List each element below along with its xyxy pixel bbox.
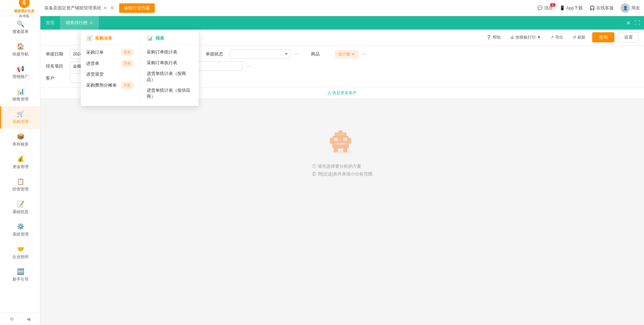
coop-icon: 🤝	[17, 245, 24, 253]
tab-close-icon[interactable]: ✕	[90, 21, 93, 25]
purchase-icon: 🛒	[17, 110, 24, 118]
sidebar-item-quick-nav[interactable]: 🏠 快捷导航	[0, 39, 40, 61]
set-btn[interactable]: 设置	[618, 32, 639, 42]
message-badge: 6	[550, 3, 556, 7]
collapse-sidebar-btn[interactable]: ◀	[27, 316, 30, 322]
print-btn[interactable]: 🖨 按模板打印 ▼	[507, 33, 544, 42]
purchase-order-label: 采购订单	[86, 49, 104, 55]
user-item[interactable]: 👤 用友	[620, 3, 640, 13]
dropdown-section-title-business: 🛒 采购业务	[83, 34, 136, 45]
logo-icon: 6	[19, 0, 30, 8]
tab-expand-btn[interactable]: ⛶	[635, 20, 640, 26]
sidebar-item-marketing[interactable]: 📢 营销推广	[0, 61, 40, 84]
purchase-order-history: 历史	[121, 49, 133, 55]
system-name: 装备及固定资产辅助管理系统	[44, 5, 101, 11]
goods-in-label: 进货单	[86, 60, 99, 67]
dropdown-item-purchase-expense[interactable]: 采购费用分摊单 历史	[83, 80, 136, 91]
inventory-icon: 📦	[17, 133, 24, 140]
business-section-icon: 🛒	[86, 35, 93, 42]
dropdown-item-goods-in[interactable]: 进货单 历史	[83, 58, 136, 69]
refresh-btn[interactable]: ↺ 刷新	[570, 33, 588, 42]
empty-hint-2: ② 用[过滤]条件来缩小分析范围	[312, 170, 372, 178]
dropdown-item-po-exec[interactable]: 采购订单执行表	[144, 57, 196, 68]
goods-tag: 设计素 ✕	[335, 50, 358, 58]
marketing-icon: 📢	[17, 65, 24, 73]
goods-tag-close[interactable]: ✕	[352, 52, 355, 56]
salesperson-dots[interactable]: ···	[247, 63, 251, 69]
goods-stat-goods-label: 进货单统计表（按商品）	[147, 71, 193, 83]
goods-stat-supplier-label: 进货单统计表（按供应商）	[147, 87, 193, 99]
sidebar-item-purchase[interactable]: 🛒 采购管理	[0, 106, 40, 129]
purchase-expense-label: 采购费用分摊单	[86, 82, 117, 88]
export-btn[interactable]: ↗ 导出	[548, 33, 566, 42]
business-section-label: 采购业务	[95, 35, 112, 41]
empty-hint-1: ① 请先选择要分析的方案	[312, 162, 372, 170]
help-icon: ❓	[486, 35, 491, 40]
user-avatar: 👤	[620, 3, 630, 13]
bill-status-dots[interactable]: ···	[294, 51, 299, 57]
sidebar-item-guide[interactable]: 🆕 新手引导	[0, 264, 40, 286]
basic-icon: 📝	[17, 200, 24, 208]
settings-bottom-btn[interactable]: ⚙	[10, 316, 14, 322]
help-label: 帮助	[493, 35, 501, 40]
online-service-item[interactable]: 🎧 在线客服	[589, 5, 614, 11]
collapse-label: 收起更多条件	[332, 90, 357, 96]
sidebar-item-operation[interactable]: 📋 经营管理	[0, 174, 40, 196]
dropdown-item-goods-stat-goods[interactable]: 进货单统计表（按商品）	[144, 68, 196, 85]
export-icon: ↗	[550, 35, 554, 40]
sidebar-item-coop[interactable]: 🤝 企业协同	[0, 241, 40, 264]
main-layout: 🔍 搜索菜单 🏠 快捷导航 📢 营销推广 📊 销售管理 🛒 采购管理 📦 库存核…	[0, 16, 644, 325]
sidebar-label-guide: 新手引导	[12, 277, 29, 282]
system-dropdown-arrow[interactable]: ▼	[103, 6, 107, 10]
dropdown-item-goods-stat-supplier[interactable]: 进货单统计表（按供应商）	[144, 85, 196, 102]
date-label: 单据日期	[46, 51, 66, 57]
sidebar-label-system: 系统管理	[12, 232, 29, 237]
system-settings-icon[interactable]: ⚙	[110, 5, 114, 10]
industry-btn[interactable]: 体验行业方案	[119, 3, 155, 13]
svg-rect-9	[334, 148, 338, 152]
svg-rect-8	[349, 138, 351, 144]
sidebar-item-search[interactable]: 🔍 搜索菜单	[0, 16, 40, 39]
tab-bar: 首页 销售排行榜 ✕ ✕ ⛶	[40, 16, 644, 30]
bill-status-select[interactable]	[230, 49, 290, 59]
svg-rect-4	[334, 137, 338, 141]
help-btn[interactable]: ❓ 帮助	[484, 33, 503, 42]
refresh-icon: ↺	[573, 35, 576, 40]
collapse-icon: ⋀	[328, 91, 331, 95]
svg-rect-3	[338, 130, 343, 133]
goods-dots[interactable]: ···	[362, 51, 366, 57]
dropdown-item-goods-return[interactable]: 进货退货	[83, 69, 136, 80]
goods-return-label: 进货退货	[86, 71, 104, 77]
sidebar-label-coop: 企业协同	[12, 254, 29, 260]
content-area: 首页 销售排行榜 ✕ ✕ ⛶ ❓ 帮助 🖨 按模板打印	[40, 16, 644, 325]
po-exec-label: 采购订单执行表	[147, 60, 177, 66]
dropdown-col-report: 📊 报表 采购订单统计表 采购订单执行表 进货单统计表（按商品） 进货单统计表（…	[141, 34, 199, 102]
report-section-icon: 📊	[147, 35, 153, 42]
query-btn[interactable]: 查询	[592, 32, 614, 42]
sidebar-item-inventory[interactable]: 📦 库存核算	[0, 129, 40, 151]
tab-close-btn[interactable]: ✕	[626, 20, 631, 26]
print-arrow: ▼	[537, 35, 541, 40]
message-item[interactable]: 💬 消息 6	[537, 5, 553, 11]
online-service-label: 在线客服	[596, 5, 614, 11]
tab-sales-ranking[interactable]: 销售排行榜 ✕	[60, 16, 99, 30]
print-label: 按模板打印	[515, 35, 536, 40]
message-icon: 💬	[537, 5, 543, 10]
sidebar-item-sales[interactable]: 📊 销售管理	[0, 84, 40, 106]
sidebar-label-inventory: 库存核算	[12, 141, 29, 147]
sidebar-item-basic[interactable]: 📝 基础信息	[0, 196, 40, 219]
sidebar-bottom: ⚙ ◀	[0, 313, 40, 325]
sidebar-item-system[interactable]: ⚙️ 系统管理	[0, 219, 40, 241]
dropdown-col-business: 🛒 采购业务 采购订单 历史 进货单 历史 进货退货 采购费用分摊单 历史	[81, 34, 138, 102]
svg-rect-6	[335, 143, 346, 145]
dropdown-item-purchase-order[interactable]: 采购订单 历史	[83, 47, 136, 58]
brand-name: 畅捷通好生意	[14, 9, 34, 13]
svg-rect-5	[343, 137, 347, 141]
sidebar-item-finance[interactable]: 💰 资金管理	[0, 151, 40, 174]
purchase-dropdown: 🛒 采购业务 采购订单 历史 进货单 历史 进货退货 采购费用分摊单 历史	[81, 30, 199, 106]
sidebar-label-purchase: 采购管理	[12, 119, 29, 125]
app-download-item[interactable]: 📱 App下载	[560, 5, 583, 11]
goods-label: 商品	[311, 51, 331, 57]
svg-rect-10	[343, 148, 347, 152]
dropdown-item-po-stat[interactable]: 采购订单统计表	[144, 47, 196, 57]
